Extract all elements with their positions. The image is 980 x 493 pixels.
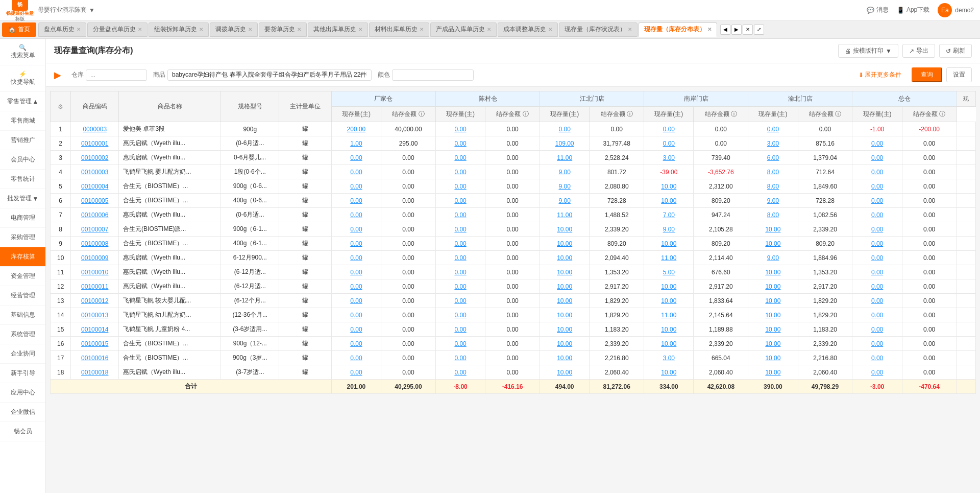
sidebar-item-guide[interactable]: 新手引导	[0, 364, 45, 383]
row-yb-qty[interactable]: 10.00	[748, 294, 798, 308]
row-t-qty[interactable]: 0.00	[852, 322, 902, 337]
row-f-qty[interactable]: 0.00	[331, 251, 381, 265]
row-f-qty[interactable]: 0.00	[331, 294, 381, 308]
tab-close-1[interactable]: ✕	[77, 27, 81, 32]
row-f-qty[interactable]: 0.00	[331, 237, 381, 251]
tab-close-5[interactable]: ✕	[297, 27, 301, 32]
row-na-qty[interactable]: 10.00	[644, 365, 694, 380]
sidebar-item-system[interactable]: 系统管理	[0, 325, 45, 344]
tab-item-5[interactable]: 要货单历史 ✕	[259, 22, 307, 37]
sidebar-item-purchase[interactable]: 采购管理	[0, 228, 45, 247]
row-na-qty[interactable]: 3.00	[644, 351, 694, 365]
sidebar-item-wholesale[interactable]: 批发管理 ▼	[0, 189, 45, 208]
row-na-qty[interactable]: 0.00	[644, 122, 694, 136]
row-v-qty[interactable]: 0.00	[435, 279, 485, 294]
tab-item-8[interactable]: 产成品入库单历史 ✕	[430, 22, 497, 37]
row-jb-qty[interactable]: 10.00	[540, 251, 590, 265]
row-t-qty[interactable]: 0.00	[852, 151, 902, 165]
row-code[interactable]: 00100003	[71, 165, 119, 179]
row-jb-qty[interactable]: 10.00	[540, 365, 590, 380]
row-t-qty[interactable]: -1.00	[852, 122, 902, 136]
row-code[interactable]: 00100018	[71, 365, 119, 380]
tab-expand[interactable]: ⤢	[754, 25, 764, 35]
row-jb-qty[interactable]: 10.00	[540, 237, 590, 251]
row-v-qty[interactable]: 0.00	[435, 322, 485, 337]
row-jb-qty[interactable]: 10.00	[540, 279, 590, 294]
row-na-qty[interactable]: 3.00	[644, 151, 694, 165]
row-code[interactable]: 00100004	[71, 179, 119, 194]
tab-close-7[interactable]: ✕	[420, 27, 424, 32]
row-jb-qty[interactable]: 9.00	[540, 165, 590, 179]
row-t-qty[interactable]: 0.00	[852, 265, 902, 279]
user-menu[interactable]: Ea demo2	[938, 3, 974, 17]
row-jb-qty[interactable]: 10.00	[540, 351, 590, 365]
row-yb-qty[interactable]: 10.00	[748, 237, 798, 251]
tab-item-9[interactable]: 成本调整单历史 ✕	[498, 22, 558, 37]
row-t-qty[interactable]: 0.00	[852, 365, 902, 380]
row-jb-qty[interactable]: 11.00	[540, 208, 590, 222]
row-yb-qty[interactable]: 10.00	[748, 308, 798, 322]
row-jb-qty[interactable]: 9.00	[540, 179, 590, 194]
tab-item-3[interactable]: 组装拆卸单历史 ✕	[149, 22, 209, 37]
row-f-qty[interactable]: 0.00	[331, 351, 381, 365]
tab-close-9[interactable]: ✕	[548, 27, 552, 32]
row-jb-qty[interactable]: 10.00	[540, 222, 590, 237]
expand-btn[interactable]: ⬇ 展开更多条件	[859, 71, 901, 79]
export-btn[interactable]: ↗ 导出	[902, 44, 935, 58]
industry-selector[interactable]: 母婴行业演示陈套 ▼	[38, 6, 95, 14]
row-code[interactable]: 00100001	[71, 136, 119, 151]
settings-btn[interactable]: 设置	[946, 67, 972, 82]
row-t-qty[interactable]: 0.00	[852, 237, 902, 251]
tab-close-6[interactable]: ✕	[358, 27, 362, 32]
row-v-qty[interactable]: 0.00	[435, 351, 485, 365]
row-na-qty[interactable]: 10.00	[644, 194, 694, 208]
row-na-qty[interactable]: 11.00	[644, 251, 694, 265]
row-na-qty[interactable]: 7.00	[644, 208, 694, 222]
row-code[interactable]: 00100014	[71, 322, 119, 337]
row-f-qty[interactable]: 0.00	[331, 179, 381, 194]
tab-item-4[interactable]: 调拨单历史 ✕	[210, 22, 258, 37]
sidebar-item-enterprise[interactable]: 企业协同	[0, 344, 45, 364]
row-yb-qty[interactable]: 10.00	[748, 279, 798, 294]
row-f-qty[interactable]: 200.00	[331, 122, 381, 136]
row-f-qty[interactable]: 0.00	[331, 308, 381, 322]
row-v-qty[interactable]: 0.00	[435, 337, 485, 351]
sidebar-item-wechat[interactable]: 企业微信	[0, 403, 45, 422]
row-v-qty[interactable]: 0.00	[435, 222, 485, 237]
row-v-qty[interactable]: 0.00	[435, 122, 485, 136]
row-yb-qty[interactable]: 9.00	[748, 251, 798, 265]
row-t-qty[interactable]: 0.00	[852, 337, 902, 351]
row-t-qty[interactable]: 0.00	[852, 308, 902, 322]
row-code[interactable]: 0000003	[71, 122, 119, 136]
row-v-qty[interactable]: 0.00	[435, 194, 485, 208]
row-code[interactable]: 00100009	[71, 251, 119, 265]
sidebar-item-search[interactable]: 🔍 搜索英单	[0, 39, 45, 65]
app-download-btn[interactable]: 📱 App下载	[897, 6, 929, 14]
row-t-qty[interactable]: 0.00	[852, 294, 902, 308]
row-t-qty[interactable]: 0.00	[852, 179, 902, 194]
row-yb-qty[interactable]: 10.00	[748, 337, 798, 351]
refresh-btn[interactable]: ↺ 刷新	[939, 44, 972, 58]
row-code[interactable]: 00100008	[71, 237, 119, 251]
tab-item-7[interactable]: 材料出库单历史 ✕	[369, 22, 429, 37]
tab-close-8[interactable]: ✕	[487, 27, 491, 32]
tab-close-2[interactable]: ✕	[138, 27, 142, 32]
row-jb-qty[interactable]: 10.00	[540, 265, 590, 279]
sidebar-item-member[interactable]: 会员中心	[0, 150, 45, 170]
message-btn[interactable]: 💬 消息	[867, 6, 889, 14]
color-input[interactable]	[392, 69, 474, 81]
row-t-qty[interactable]: 0.00	[852, 351, 902, 365]
row-f-qty[interactable]: 1.00	[331, 136, 381, 151]
row-f-qty[interactable]: 0.00	[331, 265, 381, 279]
row-na-qty[interactable]: 10.00	[644, 279, 694, 294]
sidebar-item-operations[interactable]: 经营管理	[0, 286, 45, 306]
col-settings[interactable]: ⚙	[51, 91, 71, 122]
row-v-qty[interactable]: 0.00	[435, 265, 485, 279]
row-f-qty[interactable]: 0.00	[331, 365, 381, 380]
row-t-qty[interactable]: 0.00	[852, 279, 902, 294]
tab-item-11[interactable]: 现存量（库存分布表） ✕	[639, 22, 717, 37]
sidebar-item-ecommerce[interactable]: 电商管理	[0, 208, 45, 228]
row-t-qty[interactable]: 0.00	[852, 165, 902, 179]
sidebar-item-retail-stats[interactable]: 零售统计	[0, 170, 45, 189]
row-na-qty[interactable]: -39.00	[644, 165, 694, 179]
